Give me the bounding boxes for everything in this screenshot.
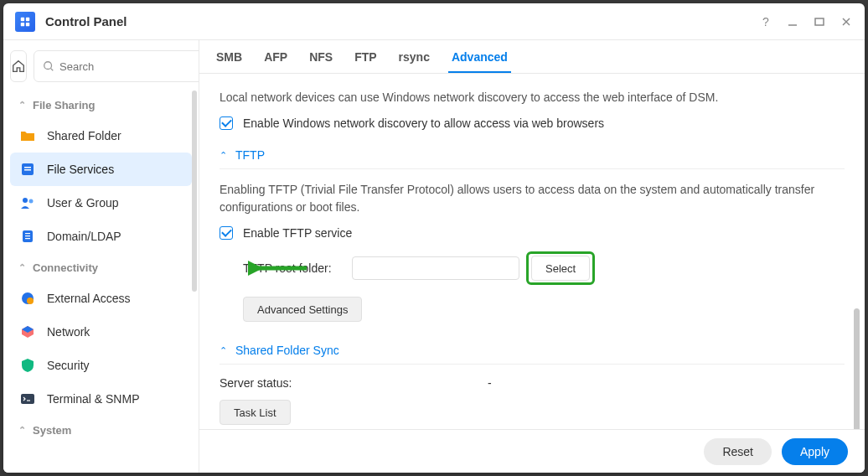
window-title: Control Panel	[45, 14, 759, 28]
footer: Reset Apply	[199, 429, 865, 473]
search-box[interactable]	[34, 50, 199, 82]
maximize-button[interactable]	[813, 15, 826, 28]
sidebar-item-label: Security	[47, 359, 90, 372]
annotation-arrow-icon	[248, 258, 315, 278]
user-group-icon	[18, 194, 37, 212]
app-icon	[15, 12, 35, 32]
svg-rect-21	[21, 394, 34, 404]
tab-ftp[interactable]: FTP	[354, 50, 376, 72]
svg-point-14	[29, 199, 34, 204]
advanced-settings-row: Advanced Settings	[243, 297, 845, 322]
external-access-icon	[18, 289, 37, 308]
server-status-label: Server status:	[220, 376, 488, 390]
close-button[interactable]	[840, 15, 853, 28]
apply-button[interactable]: Apply	[782, 438, 848, 465]
content-scrollbar[interactable]	[854, 308, 860, 429]
group-label: Connectivity	[33, 261, 98, 274]
tftp-description: Enabling TFTP (Trivial File Transfer Pro…	[220, 181, 845, 216]
advanced-settings-button[interactable]: Advanced Settings	[243, 297, 362, 322]
svg-rect-16	[25, 233, 30, 234]
svg-rect-12	[24, 169, 31, 171]
titlebar: Control Panel ?	[3, 3, 865, 40]
svg-rect-2	[21, 22, 24, 25]
svg-point-13	[23, 198, 28, 203]
group-label: System	[33, 424, 71, 437]
wsdiscovery-checkbox-row[interactable]: Enable Windows network discovery to allo…	[220, 116, 845, 130]
section-title: TFTP	[235, 148, 265, 162]
tftp-root-row: TFTP root folder: Select	[243, 251, 845, 285]
section-title: Shared Folder Sync	[235, 344, 339, 357]
sidebar-item-label: Terminal & SNMP	[47, 392, 139, 406]
sidebar-item-network[interactable]: Network	[10, 315, 192, 349]
section-tftp-header[interactable]: ⌃ TFTP	[220, 138, 845, 169]
sidebar-item-label: Shared Folder	[47, 129, 121, 142]
window-controls: ?	[759, 15, 853, 28]
sidebar-item-security[interactable]: Security	[10, 349, 192, 382]
svg-rect-11	[24, 167, 31, 168]
svg-point-8	[44, 62, 52, 70]
tab-smb[interactable]: SMB	[216, 50, 242, 72]
svg-rect-1	[26, 17, 29, 20]
group-header-file-sharing[interactable]: ⌃File Sharing	[10, 91, 192, 119]
sidebar-item-user-group[interactable]: User & Group	[10, 186, 192, 220]
window-body: ⌃File Sharing Shared Folder File Service…	[3, 40, 865, 473]
tab-advanced[interactable]: Advanced	[452, 50, 508, 72]
tabs: SMB AFP NFS FTP rsync Advanced	[199, 40, 865, 74]
select-button[interactable]: Select	[531, 256, 590, 281]
search-input[interactable]	[59, 60, 199, 73]
sidebar-item-label: External Access	[47, 292, 131, 305]
sidebar-item-file-services[interactable]: File Services	[10, 153, 192, 186]
shield-icon	[18, 356, 37, 375]
checkbox-label: Enable Windows network discovery to allo…	[243, 116, 604, 130]
tftp-root-input[interactable]	[352, 256, 519, 280]
svg-rect-5	[815, 18, 824, 25]
chevron-up-icon: ⌃	[220, 150, 227, 161]
tab-rsync[interactable]: rsync	[399, 50, 430, 72]
group-header-system[interactable]: ⌃System	[10, 416, 192, 444]
group-label: File Sharing	[33, 99, 95, 111]
sidebar-item-label: Domain/LDAP	[47, 230, 121, 243]
network-icon	[18, 323, 37, 341]
chevron-up-icon: ⌃	[220, 345, 227, 356]
sidebar-item-label: File Services	[47, 163, 114, 176]
sidebar-scrollbar[interactable]	[192, 91, 197, 292]
sidebar-item-domain-ldap[interactable]: Domain/LDAP	[10, 220, 192, 253]
sidebar-item-shared-folder[interactable]: Shared Folder	[10, 119, 192, 153]
checkbox-checked-icon[interactable]	[220, 116, 233, 130]
tab-nfs[interactable]: NFS	[309, 50, 333, 72]
folder-icon	[18, 127, 37, 145]
svg-line-9	[51, 69, 54, 71]
domain-icon	[18, 227, 37, 246]
svg-rect-3	[26, 22, 29, 25]
search-icon	[43, 60, 54, 72]
help-button[interactable]: ?	[759, 15, 772, 28]
sidebar-item-external-access[interactable]: External Access	[10, 282, 192, 315]
content-area: SMB AFP NFS FTP rsync Advanced Local net…	[199, 40, 865, 473]
sidebar-item-label: Network	[47, 325, 90, 339]
file-services-icon	[18, 160, 37, 178]
tab-afp[interactable]: AFP	[264, 50, 287, 72]
task-list-button[interactable]: Task List	[220, 400, 291, 425]
chevron-up-icon: ⌃	[18, 100, 26, 111]
minimize-button[interactable]	[786, 15, 799, 28]
tftp-enable-row[interactable]: Enable TFTP service	[220, 226, 845, 240]
terminal-icon	[18, 390, 37, 408]
chevron-up-icon: ⌃	[18, 262, 26, 273]
svg-point-20	[27, 298, 34, 304]
chevron-up-icon: ⌃	[18, 425, 26, 436]
group-header-connectivity[interactable]: ⌃Connectivity	[10, 253, 192, 282]
home-button[interactable]	[10, 50, 27, 82]
svg-rect-0	[21, 17, 24, 20]
sidebar-item-terminal-snmp[interactable]: Terminal & SNMP	[10, 382, 192, 416]
section-sfs-header[interactable]: ⌃ Shared Folder Sync	[220, 334, 845, 365]
home-icon	[11, 59, 26, 74]
checkbox-checked-icon[interactable]	[220, 226, 233, 240]
server-status-value: -	[488, 376, 492, 390]
sidebar: ⌃File Sharing Shared Folder File Service…	[3, 40, 199, 473]
main-content: Local network devices can use Windows ne…	[199, 74, 865, 429]
control-panel-window: Control Panel ? ⌃File Sharing Shared Fol…	[3, 3, 865, 473]
svg-rect-18	[25, 238, 30, 239]
wsdiscovery-description: Local network devices can use Windows ne…	[220, 89, 845, 106]
reset-button[interactable]: Reset	[704, 438, 772, 465]
sidebar-item-label: User & Group	[47, 196, 119, 210]
